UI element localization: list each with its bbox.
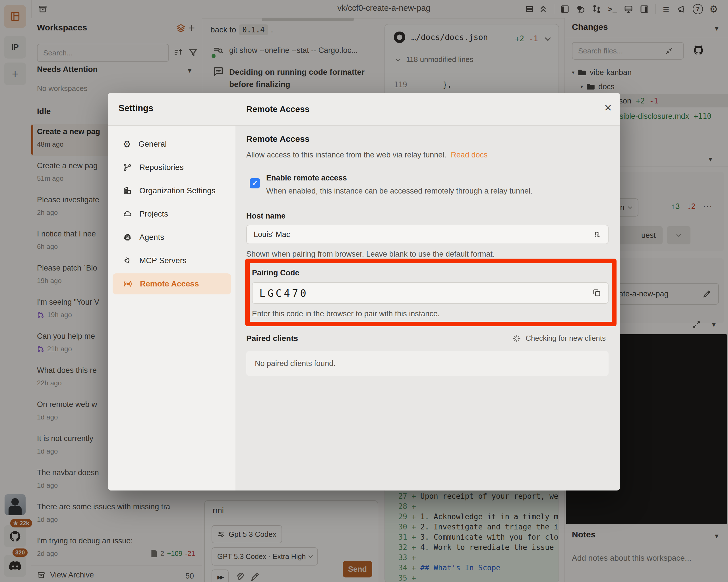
- git-branch-icon: [123, 163, 132, 172]
- settings-modal: Settings Remote Access × ⚙ General Repos…: [108, 93, 620, 491]
- nav-item-repositories[interactable]: Repositories: [113, 157, 231, 178]
- pairing-code-helper: Enter this code in the browser to pair w…: [252, 309, 440, 318]
- read-docs-link[interactable]: Read docs: [451, 150, 488, 159]
- app-window: vk/ccf0-create-a-new-pag >_ ≡: [0, 0, 728, 582]
- pairing-code-input[interactable]: LGC470: [252, 282, 608, 304]
- nav-item-projects[interactable]: Projects: [113, 203, 231, 224]
- section-title: Remote Access: [246, 134, 309, 144]
- enable-remote-checkbox[interactable]: ✓: [250, 178, 260, 188]
- enable-remote-label[interactable]: Enable remote access: [266, 174, 347, 183]
- nav-item-organization[interactable]: Organization Settings: [113, 180, 231, 201]
- paired-clients-label: Paired clients: [246, 334, 298, 343]
- plug-icon: [123, 256, 132, 265]
- host-name-input[interactable]: Louis' Mac: [246, 225, 608, 244]
- enable-remote-description: When enabled, this instance can be acces…: [266, 187, 532, 195]
- copy-icon[interactable]: [593, 289, 601, 297]
- nav-item-general[interactable]: ⚙ General: [113, 134, 231, 155]
- gear-icon: ⚙: [123, 139, 131, 149]
- nav-item-remote-access[interactable]: Remote Access: [113, 273, 231, 295]
- broadcast-icon: [123, 279, 132, 289]
- host-name-helper: Shown when pairing from browser. Leave b…: [246, 250, 495, 258]
- paired-clients-empty: No paired clients found.: [246, 351, 608, 376]
- modal-header: [108, 93, 620, 126]
- cloud-icon: [123, 210, 132, 219]
- close-icon[interactable]: ×: [600, 100, 616, 116]
- cpu-icon: [123, 233, 132, 242]
- spinner-icon: [513, 334, 521, 343]
- randomize-icon[interactable]: [593, 230, 601, 239]
- host-name-label: Host name: [246, 212, 286, 221]
- nav-item-mcp-servers[interactable]: MCP Servers: [113, 250, 231, 271]
- building-icon: [123, 186, 132, 195]
- section-description: Allow access to this instance from the w…: [246, 150, 488, 160]
- modal-panel-title: Remote Access: [246, 104, 309, 114]
- settings-title: Settings: [119, 103, 153, 113]
- nav-item-agents[interactable]: Agents: [113, 227, 231, 248]
- pairing-code-label: Pairing Code: [252, 269, 300, 277]
- paired-clients-status: Checking for new clients: [513, 334, 606, 343]
